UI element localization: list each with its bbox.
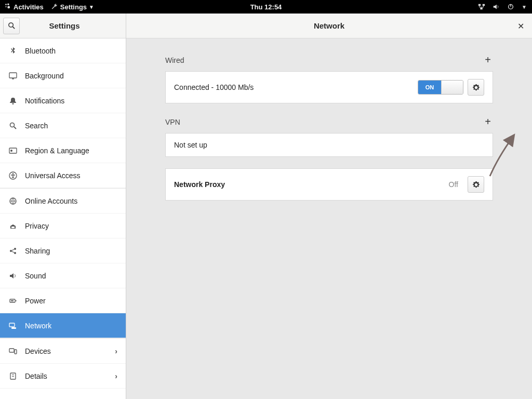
page-title: Network: [126, 21, 532, 30]
bell-icon: [8, 96, 18, 105]
vpn-row[interactable]: Not set up: [166, 134, 493, 156]
add-wired-button[interactable]: +: [483, 54, 493, 66]
add-vpn-button[interactable]: +: [483, 116, 493, 128]
sidebar-item-region-language[interactable]: Region & Language: [0, 138, 126, 163]
svg-rect-20: [11, 227, 15, 228]
toggle-knob: [441, 81, 463, 94]
svg-point-0: [5, 4, 7, 5]
sidebar-item-label: Universal Access: [25, 171, 81, 180]
svg-line-14: [14, 127, 16, 129]
wired-connection-row[interactable]: Connected - 10000 Mb/s ON: [166, 72, 493, 103]
svg-rect-30: [15, 350, 17, 354]
svg-point-18: [12, 173, 14, 175]
sidebar-item-bluetooth[interactable]: Bluetooth: [0, 38, 126, 63]
sidebar-item-privacy[interactable]: Privacy: [0, 214, 126, 238]
details-icon: [8, 371, 18, 381]
proxy-label: Network Proxy: [174, 180, 449, 189]
power-icon[interactable]: [507, 3, 514, 10]
svg-rect-12: [12, 78, 14, 79]
sidebar-item-network[interactable]: Network: [0, 313, 126, 338]
search-button[interactable]: [3, 18, 20, 34]
sidebar-item-devices[interactable]: Devices›: [0, 339, 126, 364]
svg-rect-27: [9, 323, 15, 327]
vpn-section-header: VPN +: [165, 116, 493, 128]
gnome-logo-icon: [4, 3, 11, 10]
svg-point-16: [10, 150, 12, 152]
svg-point-22: [14, 248, 16, 250]
main-header: Network ✕: [126, 14, 532, 38]
sidebar-item-label: Bluetooth: [25, 47, 56, 55]
sidebar-item-label: Devices: [25, 347, 51, 355]
svg-rect-29: [9, 349, 14, 352]
svg-rect-11: [9, 73, 17, 78]
sidebar-item-label: Sound: [25, 272, 46, 280]
chevron-right-icon: ›: [115, 372, 117, 380]
vpn-status-text: Not set up: [174, 141, 484, 149]
gear-icon: [472, 84, 480, 91]
svg-point-21: [10, 250, 12, 252]
background-icon: [8, 71, 18, 81]
svg-rect-25: [16, 300, 17, 301]
wrench-icon: [51, 3, 58, 10]
sidebar-item-label: Power: [25, 297, 46, 305]
main-panel: Network ✕ Wired + Connected - 10000 Mb/s…: [126, 14, 532, 399]
gear-icon: [472, 181, 480, 189]
sidebar-title: Settings: [23, 21, 126, 30]
sidebar: Settings Bluetooth Background Notificati…: [0, 14, 126, 399]
svg-rect-5: [483, 4, 485, 6]
sharing-icon: [8, 246, 18, 256]
wired-section-header: Wired +: [165, 54, 493, 66]
wired-settings-button[interactable]: [468, 79, 484, 96]
svg-line-10: [12, 26, 15, 29]
wired-heading: Wired: [165, 56, 184, 64]
svg-rect-28: [11, 327, 16, 329]
svg-rect-4: [478, 4, 481, 6]
sidebar-item-label: Notifications: [25, 97, 64, 105]
sidebar-item-power[interactable]: Power: [0, 288, 126, 313]
sidebar-item-background[interactable]: Background: [0, 63, 126, 88]
sidebar-item-label: Sharing: [25, 247, 50, 255]
svg-point-9: [8, 23, 12, 27]
proxy-row[interactable]: Network Proxy Off: [166, 169, 493, 200]
sidebar-item-notifications[interactable]: Notifications: [0, 88, 126, 113]
svg-point-23: [14, 252, 16, 254]
activities-button[interactable]: Activities: [4, 3, 44, 11]
accessibility-icon: [8, 171, 18, 180]
svg-rect-32: [12, 375, 14, 375]
close-button[interactable]: ✕: [514, 20, 527, 32]
volume-icon[interactable]: [493, 3, 500, 10]
search-icon: [8, 121, 18, 130]
svg-rect-6: [480, 8, 482, 10]
wired-status-text: Connected - 10000 Mb/s: [174, 83, 418, 91]
network-status-icon[interactable]: [478, 3, 485, 10]
wired-toggle[interactable]: ON: [418, 80, 463, 95]
sidebar-item-details[interactable]: Details›: [0, 364, 126, 389]
svg-rect-8: [510, 4, 511, 7]
chevron-right-icon: ›: [115, 347, 117, 355]
chevron-down-icon: ▼: [89, 4, 94, 10]
sidebar-item-universal-access[interactable]: Universal Access: [0, 163, 126, 188]
svg-rect-26: [11, 300, 14, 301]
sidebar-item-label: Privacy: [25, 222, 49, 230]
sidebar-item-sharing[interactable]: Sharing: [0, 238, 126, 263]
privacy-icon: [8, 221, 18, 231]
sidebar-item-online-accounts[interactable]: Online Accounts: [0, 189, 126, 214]
vpn-panel: Not set up: [165, 133, 493, 157]
wired-panel: Connected - 10000 Mb/s ON: [165, 71, 493, 103]
svg-point-13: [10, 123, 15, 127]
sound-icon: [8, 271, 18, 281]
chevron-down-icon[interactable]: ▼: [522, 4, 527, 10]
sidebar-item-label: Search: [25, 122, 48, 130]
sidebar-item-sound[interactable]: Sound: [0, 263, 126, 288]
vpn-heading: VPN: [165, 118, 180, 126]
power-icon: [8, 296, 18, 305]
sidebar-header: Settings: [0, 14, 126, 38]
proxy-panel: Network Proxy Off: [165, 168, 493, 201]
sidebar-item-search[interactable]: Search: [0, 113, 126, 138]
app-menu-button[interactable]: Settings ▼: [51, 3, 94, 11]
toggle-on-label: ON: [418, 81, 441, 94]
proxy-settings-button[interactable]: [468, 176, 484, 193]
network-icon: [8, 321, 18, 330]
search-icon: [8, 22, 16, 30]
online-accounts-icon: [8, 196, 18, 206]
